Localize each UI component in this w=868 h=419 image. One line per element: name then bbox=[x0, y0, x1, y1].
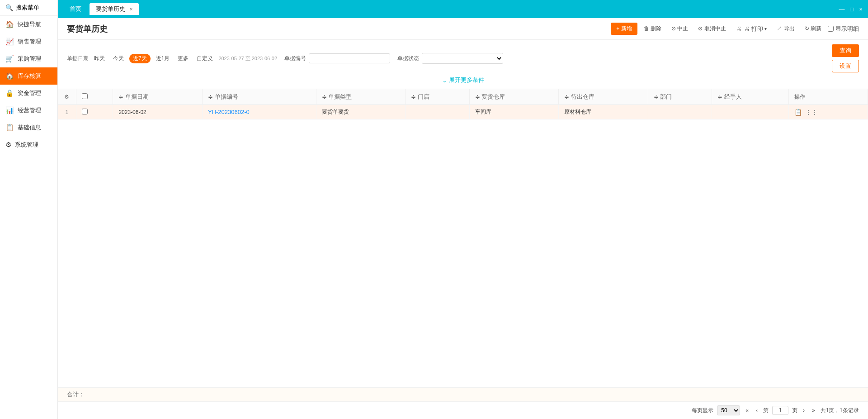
query-button[interactable]: 查询 bbox=[832, 44, 859, 57]
order-no-input[interactable] bbox=[309, 53, 390, 63]
cancel-stop-button[interactable]: ⊘ 取消中止 bbox=[694, 23, 729, 34]
expand-more-btn[interactable]: ⌄ 展开更多条件 bbox=[442, 76, 484, 84]
date-btn-more[interactable]: 更多 bbox=[175, 54, 191, 63]
row-req-warehouse: 车间库 bbox=[469, 105, 559, 119]
page-input[interactable] bbox=[772, 406, 788, 415]
sidebar-item-label: 经营管理 bbox=[18, 106, 41, 114]
row-department bbox=[648, 105, 712, 119]
date-btn-yesterday[interactable]: 昨天 bbox=[91, 54, 108, 63]
refresh-button[interactable]: ↻ 刷新 bbox=[801, 23, 825, 34]
sidebar-item-quick-nav[interactable]: 🏠 快捷导航 bbox=[0, 16, 57, 33]
tab-home[interactable]: 首页 bbox=[63, 3, 88, 15]
print-dropdown-icon: ▾ bbox=[764, 26, 767, 31]
sidebar-item-purchase[interactable]: 🛒 采购管理 bbox=[0, 50, 57, 67]
show-detail-checkbox[interactable] bbox=[828, 26, 834, 32]
first-page-btn[interactable]: « bbox=[744, 406, 750, 414]
sidebar-item-label: 系统管理 bbox=[15, 141, 38, 149]
maximize-icon[interactable]: □ bbox=[850, 6, 854, 13]
sidebar-item-label: 销售管理 bbox=[18, 38, 41, 46]
row-checkbox[interactable] bbox=[76, 105, 113, 119]
row-order-no[interactable]: YH-20230602-0 bbox=[202, 105, 316, 119]
pagination: 每页显示 50 100 200 « ‹ 第 页 › » 共1页，1条记录 bbox=[58, 401, 868, 419]
date-filter-label: 单据日期 bbox=[67, 55, 89, 62]
sidebar: 🔍 搜索菜单 🏠 快捷导航 📈 销售管理 🛒 采购管理 🏠 库存核算 🔒 资金管… bbox=[0, 0, 58, 419]
sidebar-item-base[interactable]: 📋 基础信息 bbox=[0, 119, 57, 136]
new-button[interactable]: + 新增 bbox=[611, 23, 637, 35]
row-more-icon[interactable]: ⋮⋮ bbox=[805, 109, 818, 116]
tab-active-label: 要货单历史 bbox=[96, 5, 125, 13]
minimize-icon[interactable]: — bbox=[839, 6, 845, 13]
date-btn-today[interactable]: 今天 bbox=[110, 54, 127, 63]
order-no-filter-group: 单据编号 bbox=[284, 53, 390, 63]
sidebar-search[interactable]: 🔍 搜索菜单 bbox=[0, 0, 57, 16]
close-tab-icon[interactable]: × bbox=[130, 6, 132, 12]
col-operation: 操作 bbox=[788, 89, 868, 105]
sidebar-item-sales[interactable]: 📈 销售管理 bbox=[0, 33, 57, 50]
sidebar-item-operation[interactable]: 📊 经营管理 bbox=[0, 102, 57, 119]
col-department-label: ≑ 部门 bbox=[654, 93, 672, 100]
total-info: 共1页，1条记录 bbox=[821, 407, 859, 414]
select-all-checkbox[interactable] bbox=[82, 93, 88, 99]
base-icon: 📋 bbox=[5, 124, 14, 132]
close-window-icon[interactable]: × bbox=[859, 6, 863, 13]
date-btn-7days[interactable]: 近7天 bbox=[129, 54, 151, 63]
col-department[interactable]: ≑ 部门 bbox=[648, 89, 712, 105]
main-area: 首页 要货单历史 × — □ × 要货单历史 + 新增 🗑 删除 ⊘ 中止 ⊘ … bbox=[58, 0, 868, 419]
next-page-btn[interactable]: › bbox=[801, 406, 807, 414]
table-area: ⚙ ≑ 单据日期 ≑ 单据编号 ≑ 单据类型 ≑ 门店 bbox=[58, 89, 868, 387]
prev-page-btn[interactable]: ‹ bbox=[754, 406, 760, 414]
row-pending-warehouse: 原材料仓库 bbox=[559, 105, 648, 119]
col-order-type-label: ≑ 单据类型 bbox=[322, 93, 352, 100]
sidebar-item-label: 库存核算 bbox=[18, 72, 41, 80]
expand-label: 展开更多条件 bbox=[449, 76, 484, 84]
row-select-checkbox[interactable] bbox=[82, 109, 88, 114]
show-detail-label[interactable]: 显示明细 bbox=[828, 25, 859, 33]
order-no-link[interactable]: YH-20230602-0 bbox=[208, 109, 250, 115]
col-checkbox[interactable] bbox=[76, 89, 113, 105]
col-handler[interactable]: ≑ 经手人 bbox=[712, 89, 788, 105]
col-date-label: ≑ 单据日期 bbox=[118, 93, 149, 100]
sidebar-item-system[interactable]: ⚙ 系统管理 bbox=[0, 136, 57, 153]
stop-button[interactable]: ⊘ 中止 bbox=[668, 23, 692, 34]
per-page-label: 每页显示 bbox=[692, 407, 713, 414]
tab-active[interactable]: 要货单历史 × bbox=[90, 3, 139, 15]
table-row: 1 2023-06-02 YH-20230602-0 要货单要货 车间库 原材料… bbox=[58, 105, 868, 119]
col-order-type[interactable]: ≑ 单据类型 bbox=[316, 89, 406, 105]
row-edit-icon[interactable]: 📋 bbox=[794, 109, 802, 116]
row-order-type: 要货单要货 bbox=[316, 105, 406, 119]
per-page-select[interactable]: 50 100 200 bbox=[717, 405, 740, 415]
order-no-label: 单据编号 bbox=[284, 55, 306, 62]
sidebar-item-finance[interactable]: 🔒 资金管理 bbox=[0, 85, 57, 102]
print-icon: 🖨 bbox=[736, 25, 742, 32]
col-settings[interactable]: ⚙ bbox=[58, 89, 76, 105]
row-operations: 📋 ⋮⋮ bbox=[788, 105, 868, 119]
sidebar-item-inventory[interactable]: 🏠 库存核算 bbox=[0, 67, 57, 85]
date-btn-custom[interactable]: 自定义 bbox=[194, 54, 216, 63]
filter-area: 单据日期 昨天 今天 近7天 近1月 更多 自定义 2023-05-27 至 2… bbox=[58, 40, 868, 89]
show-detail-text: 显示明细 bbox=[835, 25, 859, 33]
print-button[interactable]: 🖨 🖨 打印 ▾ bbox=[732, 23, 771, 35]
export-button[interactable]: ↗ 导出 bbox=[773, 23, 798, 34]
last-page-btn[interactable]: » bbox=[810, 406, 817, 414]
filter-settings-button[interactable]: 设置 bbox=[832, 60, 859, 72]
tab-home-label: 首页 bbox=[70, 5, 81, 13]
sidebar-item-label: 基础信息 bbox=[18, 124, 41, 132]
col-pending-warehouse[interactable]: ≑ 待出仓库 bbox=[559, 89, 648, 105]
data-table: ⚙ ≑ 单据日期 ≑ 单据编号 ≑ 单据类型 ≑ 门店 bbox=[58, 89, 868, 119]
col-date[interactable]: ≑ 单据日期 bbox=[113, 89, 203, 105]
system-icon: ⚙ bbox=[5, 141, 11, 149]
page-label: 第 bbox=[763, 407, 769, 414]
col-store-label: ≑ 门店 bbox=[411, 93, 429, 100]
delete-button[interactable]: 🗑 删除 bbox=[640, 23, 665, 34]
footer-label: 合计： bbox=[67, 390, 85, 399]
row-store bbox=[406, 105, 469, 119]
status-select[interactable] bbox=[422, 53, 503, 64]
col-store[interactable]: ≑ 门店 bbox=[406, 89, 469, 105]
sidebar-item-label: 采购管理 bbox=[18, 55, 41, 63]
inventory-icon: 🏠 bbox=[5, 72, 14, 80]
date-btn-1month[interactable]: 近1月 bbox=[153, 54, 173, 63]
col-order-no[interactable]: ≑ 单据编号 bbox=[202, 89, 316, 105]
search-icon: 🔍 bbox=[5, 4, 13, 11]
topbar: 首页 要货单历史 × — □ × bbox=[58, 0, 868, 18]
col-req-warehouse[interactable]: ≑ 要货仓库 bbox=[469, 89, 559, 105]
